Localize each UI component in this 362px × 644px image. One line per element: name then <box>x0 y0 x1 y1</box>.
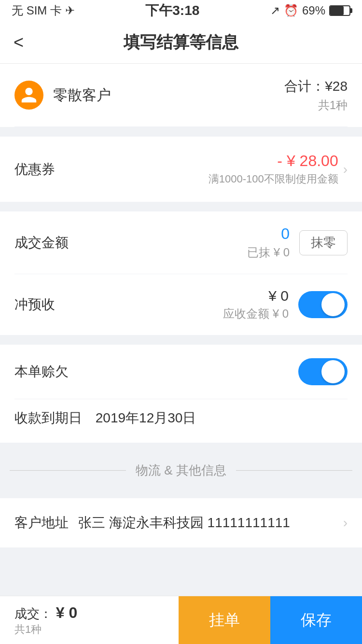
due-date-value: 2019年12月30日 <box>96 410 196 425</box>
user-icon <box>20 86 38 104</box>
customer-info: 零散客户 <box>14 81 111 110</box>
divider-1 <box>0 127 362 137</box>
coupon-info: - ¥ 28.00 满1000-100不限制使用金额 <box>209 152 338 186</box>
due-date-row: 收款到期日 2019年12月30日 <box>14 399 348 443</box>
customer-row: 零散客户 合计：¥28 共1种 <box>14 64 348 127</box>
prepay-amount: ¥ 0 <box>223 288 289 304</box>
battery-percent: 69% <box>302 4 325 17</box>
coupon-desc: 满1000-100不限制使用金额 <box>209 172 338 186</box>
coupon-label: 优惠券 <box>14 160 55 179</box>
toggle-knob <box>321 293 345 316</box>
deal-amount-right: 0 已抹 ¥ 0 抹零 <box>247 225 348 260</box>
deal-amount-value: 0 <box>247 225 290 243</box>
due-date-label: 收款到期日 <box>14 410 82 425</box>
hang-order-button[interactable]: 挂单 <box>179 596 270 644</box>
coupon-row[interactable]: 优惠券 - ¥ 28.00 满1000-100不限制使用金额 › <box>14 137 348 202</box>
debt-label: 本单赊欠 <box>14 363 69 381</box>
address-chevron-icon: › <box>343 515 348 531</box>
customer-count: 共1种 <box>284 98 348 113</box>
address-value: 张三 海淀永丰科技园 11111111111 <box>78 514 343 532</box>
debt-toggle[interactable] <box>298 358 348 385</box>
chevron-right-icon: › <box>343 162 348 177</box>
sim-text: 无 SIM 卡 ✈ <box>12 3 75 18</box>
save-button[interactable]: 保存 <box>270 596 362 644</box>
status-time: 下午3:18 <box>145 1 199 20</box>
coupon-right: - ¥ 28.00 满1000-100不限制使用金额 › <box>209 152 348 186</box>
deal-amount-label: 成交金额 <box>14 234 69 252</box>
customer-section: 零散客户 合计：¥28 共1种 <box>0 64 362 127</box>
page-title: 填写结算等信息 <box>124 31 238 54</box>
status-bar: 无 SIM 卡 ✈ 下午3:18 ↗ ⏰ 69% <box>0 0 362 21</box>
bottom-deal-count: 共1种 <box>14 622 164 637</box>
logistics-header: 物流 & 其他信息 <box>0 452 362 489</box>
deal-amount-values: 0 已抹 ¥ 0 <box>247 225 290 260</box>
debt-row: 本单赊欠 <box>14 345 348 399</box>
logistics-line-right <box>236 470 352 471</box>
address-row[interactable]: 客户地址 张三 海淀永丰科技园 11111111111 › <box>14 498 348 547</box>
prepay-toggle[interactable] <box>298 291 348 318</box>
address-section: 客户地址 张三 海淀永丰科技园 11111111111 › <box>0 498 362 547</box>
debt-section: 本单赊欠 收款到期日 2019年12月30日 <box>0 345 362 443</box>
debt-toggle-knob <box>321 360 345 383</box>
customer-name: 零散客户 <box>53 85 111 105</box>
prepay-sub: 应收金额 ¥ 0 <box>223 306 289 322</box>
prepay-row: 冲预收 ¥ 0 应收金额 ¥ 0 <box>14 274 348 335</box>
prepay-label: 冲预收 <box>14 295 55 314</box>
bottom-deal-row: 成交： ¥ 0 <box>14 604 164 622</box>
nav-bar: < 填写结算等信息 <box>0 21 362 64</box>
address-label: 客户地址 <box>14 514 69 532</box>
bottom-deal-label: 成交： <box>14 606 52 621</box>
round-zero-button[interactable]: 抹零 <box>299 230 348 255</box>
back-button[interactable]: < <box>14 32 24 53</box>
battery-icon <box>329 5 350 16</box>
divider-5 <box>0 489 362 498</box>
deal-amount-row: 成交金额 0 已抹 ¥ 0 抹零 <box>14 211 348 274</box>
divider-4 <box>0 443 362 452</box>
logistics-line-left <box>10 470 126 471</box>
logistics-label: 物流 & 其他信息 <box>136 462 226 479</box>
customer-total-section: 合计：¥28 共1种 <box>284 77 348 113</box>
status-right: ↗ ⏰ 69% <box>270 4 350 17</box>
customer-total: 合计：¥28 <box>284 77 348 96</box>
bottom-bar: 成交： ¥ 0 共1种 挂单 保存 <box>0 596 362 644</box>
prepay-values: ¥ 0 应收金额 ¥ 0 <box>223 288 289 322</box>
coupon-amount: - ¥ 28.00 <box>209 152 338 170</box>
bottom-left: 成交： ¥ 0 共1种 <box>0 604 179 637</box>
bottom-deal-amount: ¥ 0 <box>56 604 77 621</box>
coupon-section: 优惠券 - ¥ 28.00 满1000-100不限制使用金额 › <box>0 137 362 202</box>
divider-3 <box>0 335 362 345</box>
location-icon: ↗ <box>270 4 280 17</box>
customer-avatar <box>14 81 43 110</box>
deal-amount-sub: 已抹 ¥ 0 <box>247 245 290 260</box>
prepay-right: ¥ 0 应收金额 ¥ 0 <box>223 288 348 322</box>
divider-2 <box>0 202 362 211</box>
deal-prepay-section: 成交金额 0 已抹 ¥ 0 抹零 冲预收 ¥ 0 应收金额 ¥ 0 <box>0 211 362 335</box>
status-left: 无 SIM 卡 ✈ <box>12 3 75 18</box>
alarm-icon: ⏰ <box>284 4 298 17</box>
